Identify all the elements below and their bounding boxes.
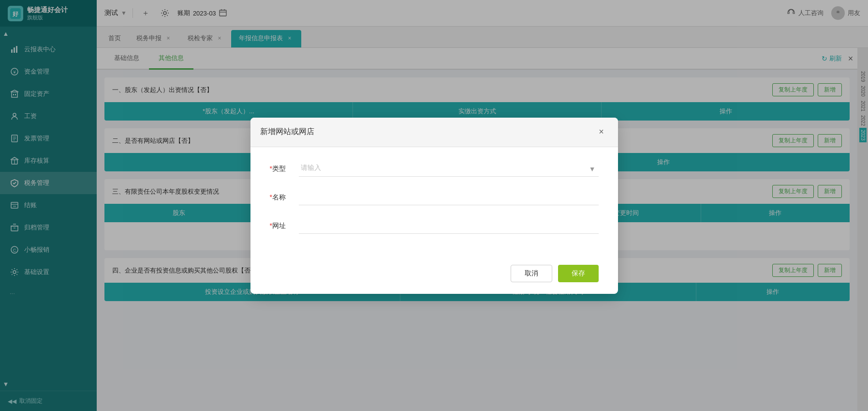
field-label-name: *名称 (270, 193, 299, 202)
url-input[interactable] (299, 219, 599, 230)
modal-title: 新增网站或网店 (260, 127, 314, 137)
save-button[interactable]: 保存 (558, 265, 599, 282)
modal-add-website: 新增网站或网店 × *类型 ▼ *名称 (250, 118, 618, 294)
modal-header: 新增网站或网店 × (250, 118, 618, 147)
name-input[interactable] (299, 190, 599, 202)
modal-overlay[interactable]: 新增网站或网店 × *类型 ▼ *名称 (0, 0, 868, 411)
modal-footer: 取消 保存 (250, 257, 618, 294)
cancel-button[interactable]: 取消 (511, 265, 552, 282)
form-field-name: *名称 (270, 190, 599, 205)
modal-body: *类型 ▼ *名称 *网址 (250, 147, 618, 257)
dropdown-chevron-icon: ▼ (589, 165, 596, 173)
type-input[interactable] (299, 162, 599, 173)
url-input-wrap (299, 219, 599, 234)
field-label-url: *网址 (270, 222, 299, 230)
field-label-type: *类型 (270, 165, 299, 173)
type-input-wrap: ▼ (299, 162, 599, 177)
form-field-url: *网址 (270, 219, 599, 234)
form-field-type: *类型 ▼ (270, 162, 599, 177)
name-input-wrap (299, 190, 599, 205)
modal-close-button[interactable]: × (595, 125, 608, 139)
